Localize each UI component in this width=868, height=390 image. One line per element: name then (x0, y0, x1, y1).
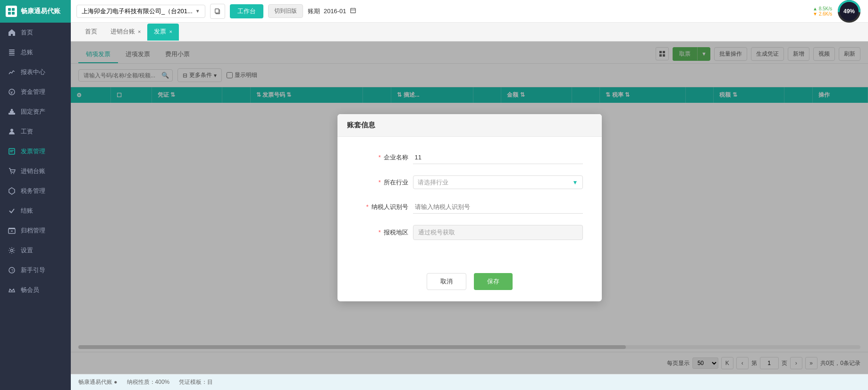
sidebar-item-vip[interactable]: 畅会员 (0, 280, 71, 300)
industry-select-wrap: 请选择行业 ▼ (413, 175, 583, 189)
svg-rect-12 (11, 109, 13, 111)
content-area: 销项发票 进项发票 费用小票 取票 (71, 41, 868, 374)
svg-rect-15 (10, 150, 14, 151)
cpu-percent-circle: 49% (836, 0, 862, 25)
sidebar-label-vip: 畅会员 (21, 286, 39, 294)
purchase-icon (8, 167, 16, 175)
sidebar-item-closing[interactable]: 结账 (0, 201, 71, 221)
sidebar-label-funds: 资金管理 (21, 88, 45, 96)
svg-rect-20 (8, 228, 15, 229)
tax-region-display: 通过税号获取 (413, 225, 583, 240)
sidebar-item-funds[interactable]: ¥ 资金管理 (0, 82, 71, 102)
sidebar-label-assets: 固定资产 (21, 108, 45, 116)
bottom-bar: 畅康通易代账 ● 纳税性质：400% 凭证模板：目 (71, 374, 868, 390)
sidebar-item-tax[interactable]: 税务管理 (0, 181, 71, 201)
company-selector[interactable]: 上海卯金刀电子科技有限公司_（台201... ▼ (76, 5, 205, 18)
svg-text:¥: ¥ (10, 90, 13, 95)
tab-invoice[interactable]: 发票 × (147, 24, 178, 41)
sidebar-label-payroll: 工资 (21, 127, 33, 136)
logo-text: 畅康通易代账 (21, 7, 60, 16)
topbar: 上海卯金刀电子科技有限公司_（台201... ▼ 工作台 切到旧版 账期 201… (71, 0, 868, 23)
ledger-icon (8, 48, 16, 57)
sidebar-label-guide: 新手引导 (21, 266, 45, 274)
tax-id-input[interactable] (413, 200, 583, 214)
sidebar: 畅康通易代账 首页 总账 报表中心 ¥ 资金管理 (0, 0, 71, 390)
guide-icon: ? (8, 266, 16, 274)
industry-select[interactable] (413, 175, 583, 189)
form-row-tax-id: * 纳税人识别号 (356, 200, 583, 214)
switch-version-button[interactable]: 切到旧版 (268, 4, 303, 18)
svg-rect-2 (8, 12, 11, 15)
sidebar-item-ledger[interactable]: 总账 (0, 42, 71, 62)
logo-icon (6, 6, 17, 17)
company-name-input[interactable] (413, 151, 583, 164)
funds-icon: ¥ (8, 88, 16, 96)
svg-point-22 (11, 249, 13, 252)
sidebar-item-assets[interactable]: 固定资产 (0, 102, 71, 122)
tax-icon (8, 187, 16, 195)
tab-home[interactable]: 首页 (78, 24, 104, 41)
svg-rect-26 (215, 8, 219, 13)
svg-rect-4 (9, 50, 15, 50)
invoice-icon (8, 147, 16, 156)
sidebar-item-guide[interactable]: ? 新手引导 (0, 260, 71, 280)
sidebar-label-archive: 归档管理 (21, 226, 45, 235)
sidebar-label-closing: 结账 (21, 207, 33, 215)
svg-rect-11 (10, 111, 14, 113)
modal-body: * 企业名称 * 所在行业 (337, 137, 602, 266)
svg-rect-21 (11, 231, 13, 232)
tabbar: 首页 进销台账 × 发票 × (71, 23, 868, 41)
svg-text:?: ? (11, 268, 14, 273)
assets-icon (8, 108, 16, 116)
archive-icon (8, 226, 16, 235)
modal-title: 账套信息 (337, 114, 602, 137)
workbench-button[interactable]: 工作台 (230, 4, 263, 18)
modal-overlay: 账套信息 * 企业名称 * (71, 41, 868, 374)
percent-text: 49% (843, 8, 855, 15)
network-stats: ▲ 8.5K/s ▼ 2.6K/s (813, 6, 832, 17)
reports-icon (8, 68, 16, 76)
tab-purchase[interactable]: 进销台账 × (104, 24, 147, 41)
svg-rect-3 (12, 12, 15, 15)
vip-icon (8, 286, 16, 294)
svg-point-17 (11, 173, 12, 174)
topbar-right: ▲ 8.5K/s ▼ 2.6K/s 49% (813, 0, 862, 25)
sidebar-label-tax: 税务管理 (21, 187, 45, 195)
sidebar-item-archive[interactable]: 归档管理 (0, 221, 71, 241)
form-row-industry: * 所在行业 请选择行业 ▼ (356, 175, 583, 189)
calendar-icon[interactable] (350, 7, 356, 15)
sidebar-label-home: 首页 (21, 28, 33, 37)
tab-purchase-close[interactable]: × (138, 29, 141, 34)
svg-rect-10 (8, 113, 15, 115)
copy-icon-btn[interactable] (210, 4, 225, 19)
tab-invoice-close[interactable]: × (169, 29, 172, 34)
sidebar-label-settings: 设置 (21, 246, 33, 255)
sidebar-item-invoice[interactable]: 发票管理 (0, 141, 71, 161)
modal-footer: 取消 保存 (337, 266, 602, 301)
company-name: 上海卯金刀电子科技有限公司_（台201... (82, 7, 193, 16)
sidebar-label-ledger: 总账 (21, 48, 33, 57)
upload-speed: ▲ 8.5K/s (813, 6, 832, 11)
bottom-voucher: 凭证模板：目 (179, 378, 213, 386)
tax-id-label: * 纳税人识别号 (356, 203, 413, 211)
sidebar-item-payroll[interactable]: 工资 (0, 122, 71, 141)
svg-rect-1 (12, 8, 15, 11)
save-button[interactable]: 保存 (474, 273, 513, 290)
sidebar-item-purchase[interactable]: 进销台账 (0, 161, 71, 181)
account-info-modal: 账套信息 * 企业名称 * (337, 114, 602, 301)
home-icon (8, 28, 16, 37)
app-logo: 畅康通易代账 (0, 0, 71, 23)
svg-rect-16 (10, 151, 13, 152)
company-name-label: * 企业名称 (356, 153, 413, 162)
svg-rect-27 (351, 8, 356, 13)
sidebar-item-home[interactable]: 首页 (0, 23, 71, 42)
sidebar-label-invoice: 发票管理 (21, 147, 45, 156)
svg-rect-7 (9, 55, 15, 56)
bottom-info: 畅康通易代账 ● (78, 378, 118, 386)
payroll-icon (8, 127, 16, 136)
sidebar-item-settings[interactable]: 设置 (0, 241, 71, 260)
bottom-tax: 纳税性质：400% (127, 378, 170, 386)
form-row-tax-region: * 报税地区 通过税号获取 (356, 225, 583, 240)
sidebar-item-reports[interactable]: 报表中心 (0, 62, 71, 82)
cancel-button[interactable]: 取消 (427, 273, 466, 290)
